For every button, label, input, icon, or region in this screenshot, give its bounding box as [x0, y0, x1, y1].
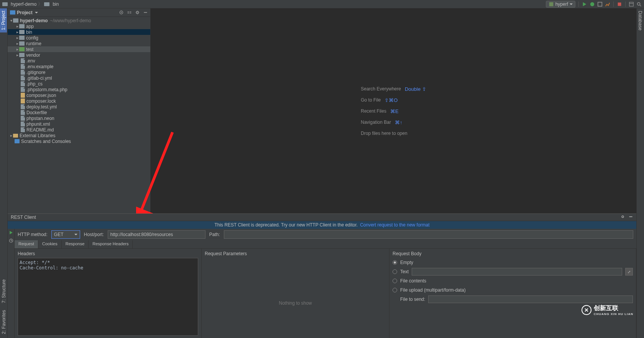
tree-scratches[interactable]: Scratches and Consoles — [8, 138, 150, 144]
host-input[interactable] — [108, 230, 205, 239]
tree-file[interactable]: .gitlab-ci.yml — [8, 75, 150, 81]
params-section: Request Parameters Nothing to show — [202, 249, 389, 338]
run-request-icon[interactable] — [9, 230, 13, 236]
file-icon — [21, 70, 25, 75]
run-configuration-selector[interactable]: hyperf — [546, 1, 575, 8]
debug-icon[interactable] — [590, 2, 595, 7]
tree-file[interactable]: .php_cs — [8, 81, 150, 87]
profiler-icon[interactable] — [605, 2, 610, 7]
file-icon — [21, 104, 25, 109]
expand-arrow-icon[interactable] — [9, 18, 13, 23]
svg-rect-5 — [629, 2, 634, 6]
watermark-text: 创新互联 — [594, 304, 633, 312]
deprecation-banner: This REST Client is deprecated. Try our … — [8, 221, 636, 229]
headers-textarea[interactable] — [18, 258, 198, 336]
tree-node-label: README.md — [26, 127, 54, 133]
hide-icon[interactable] — [628, 214, 633, 220]
body-text-input[interactable] — [412, 268, 622, 276]
tree-folder[interactable]: config — [8, 35, 150, 41]
http-method-select[interactable]: GET — [51, 230, 80, 239]
file-to-send-input[interactable] — [428, 295, 633, 303]
expand-arrow-icon[interactable] — [15, 30, 19, 34]
path-input[interactable] — [224, 230, 633, 239]
tree-folder[interactable]: vendor — [8, 52, 150, 58]
tree-folder[interactable]: test — [8, 46, 150, 52]
hide-icon[interactable] — [143, 10, 148, 15]
breadcrumb[interactable]: hyperf-demo 〉 bin — [2, 1, 59, 7]
radio-icon[interactable] — [393, 279, 397, 283]
params-title: Request Parameters — [205, 251, 247, 256]
sidebar-tab-favorites[interactable]: 2: Favorites — [0, 308, 7, 336]
history-icon[interactable] — [9, 238, 13, 244]
body-option-file-upload[interactable]: File upload (multipart/form-data) — [393, 285, 633, 295]
radio-icon[interactable] — [393, 288, 397, 292]
tree-file[interactable]: .phpstorm.meta.php — [8, 87, 150, 92]
expand-arrow-icon[interactable] — [15, 41, 19, 46]
tree-file[interactable]: phpstan.neon — [8, 115, 150, 121]
gear-icon[interactable] — [620, 214, 625, 220]
tree-file[interactable]: .env.example — [8, 64, 150, 69]
tree-external-libs[interactable]: External Libraries — [8, 133, 150, 138]
tree-file[interactable]: .gitignore — [8, 69, 150, 75]
project-icon — [10, 10, 15, 15]
tree-file[interactable]: phpunit.xml — [8, 121, 150, 127]
breadcrumb-root[interactable]: hyperf-demo — [11, 2, 36, 7]
tree-node-label: hyperf-demo — [20, 18, 48, 23]
headers-title: Headers — [18, 251, 198, 256]
expand-text-icon[interactable]: ⤢ — [625, 268, 633, 276]
tree-node-label: runtime — [26, 41, 41, 46]
convert-link[interactable]: Convert request to the new format — [360, 222, 429, 228]
tree-file[interactable]: .env — [8, 58, 150, 64]
tree-folder[interactable]: runtime — [8, 41, 150, 46]
locate-icon[interactable] — [119, 10, 124, 15]
expand-arrow-icon[interactable] — [15, 36, 19, 40]
expand-arrow-icon[interactable] — [15, 24, 19, 28]
tree-node-label: .env.example — [26, 64, 53, 69]
tree-file[interactable]: composer.lock — [8, 98, 150, 104]
tree-file[interactable]: deploy.test.yml — [8, 104, 150, 110]
expand-arrow-icon[interactable] — [15, 47, 19, 51]
run-icon[interactable] — [582, 2, 587, 7]
json-file-icon — [21, 93, 25, 98]
tree-root[interactable]: hyperf-demo ~/www/hyperf-demo — [8, 18, 150, 23]
body-option-empty[interactable]: Empty — [393, 258, 633, 267]
body-option-text[interactable]: Text⤢ — [393, 267, 633, 276]
left-tool-strip: 1: Project 7: Structure 2: Favorites — [0, 8, 8, 338]
file-to-send-row: File to send: — [393, 295, 633, 304]
tree-file[interactable]: README.md — [8, 127, 150, 133]
project-view-dropdown[interactable] — [35, 12, 38, 13]
svg-marker-1 — [583, 2, 586, 6]
tab-response-headers[interactable]: Response Headers — [89, 240, 133, 248]
breadcrumb-separator: 〉 — [38, 1, 43, 7]
tab-response[interactable]: Response — [62, 240, 89, 248]
body-option-file-contents[interactable]: File contents — [393, 276, 633, 285]
project-tree[interactable]: hyperf-demo ~/www/hyperf-demo app bin co… — [8, 17, 150, 213]
expand-arrow-icon[interactable] — [9, 133, 13, 138]
tree-folder-selected[interactable]: bin — [8, 29, 150, 35]
search-icon[interactable] — [636, 2, 642, 7]
sidebar-tab-project[interactable]: 1: Project — [0, 8, 7, 33]
tree-folder[interactable]: app — [8, 23, 150, 29]
stop-icon[interactable] — [617, 2, 622, 7]
watermark-subtext: CHUANG XIN HU LIAN — [594, 312, 633, 316]
layout-icon[interactable] — [629, 2, 634, 7]
tree-file[interactable]: Dockerfile — [8, 110, 150, 115]
breadcrumb-leaf[interactable]: bin — [53, 2, 59, 7]
expand-arrow-icon[interactable] — [15, 53, 19, 57]
tab-cookies[interactable]: Cookies — [38, 240, 62, 248]
collapse-all-icon[interactable] — [127, 10, 132, 15]
sidebar-tab-database[interactable]: Database — [637, 8, 644, 33]
welcome-line: Recent Files⌘E — [361, 108, 426, 114]
radio-icon[interactable] — [393, 269, 397, 274]
folder-icon — [19, 53, 25, 57]
radio-icon[interactable] — [393, 260, 397, 265]
file-icon — [21, 58, 25, 63]
gear-icon[interactable] — [135, 10, 140, 15]
coverage-icon[interactable] — [597, 2, 603, 7]
tree-file[interactable]: composer.json — [8, 92, 150, 98]
folder-icon — [44, 2, 49, 6]
file-icon — [21, 127, 25, 132]
tab-request[interactable]: Request — [15, 240, 38, 248]
rest-gutter — [8, 229, 15, 338]
sidebar-tab-structure[interactable]: 7: Structure — [0, 277, 7, 305]
